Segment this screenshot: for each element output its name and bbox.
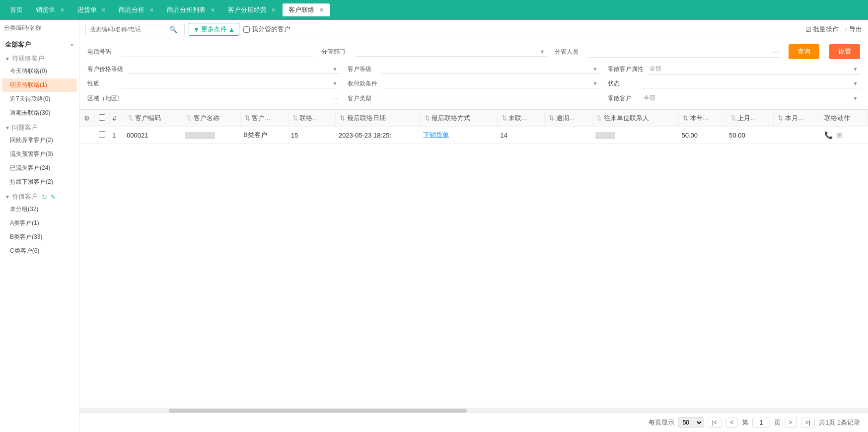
customer-level-select[interactable]: ▼ bbox=[381, 65, 600, 74]
grid-action-icon[interactable]: ⊞ bbox=[837, 131, 843, 139]
page-number-input[interactable] bbox=[752, 418, 770, 428]
reset-btn[interactable]: 设置 bbox=[829, 44, 860, 59]
sort-icon: ⇅ bbox=[128, 114, 134, 122]
filter-row-4: 区域（地区） ··· 客户类型 零散客户 全部 ▼ bbox=[87, 92, 860, 104]
row-contacts: 15 bbox=[288, 127, 336, 144]
retail-customer-field: 零散客户 全部 ▼ bbox=[608, 92, 860, 104]
sidebar-item-churn-warning[interactable]: 流失预警客户(3) bbox=[2, 147, 77, 161]
filter-row-3: 性质 ▼ 收付款条件 ▼ 状态 bbox=[87, 79, 860, 88]
my-customers-filter: 我分管的客户 bbox=[243, 25, 290, 34]
search-icon[interactable]: 🔍 bbox=[169, 26, 177, 33]
dept-label: 分管部门 bbox=[321, 48, 351, 56]
prev-page-btn[interactable]: < bbox=[725, 418, 738, 428]
sidebar-item-class-b[interactable]: B类客户(33) bbox=[2, 230, 77, 244]
row-last-date: 2023-05-23 18:25: bbox=[336, 127, 420, 144]
sidebar-search-area: 🔍 bbox=[0, 20, 79, 36]
customer-level-label: 客户等级 bbox=[348, 65, 377, 73]
export-icon: ↑ bbox=[845, 26, 848, 33]
region-field: 区域（地区） ··· bbox=[87, 93, 340, 104]
close-product-analysis-icon[interactable]: ✕ bbox=[149, 7, 154, 13]
nav-customer-contact[interactable]: 客户联络 ✕ bbox=[283, 3, 330, 16]
sidebar-search-input[interactable] bbox=[4, 24, 78, 31]
close-sales-order-icon[interactable]: ✕ bbox=[60, 7, 65, 13]
edit-icon[interactable]: ✎ bbox=[50, 193, 56, 201]
retail-customer-chevron-icon: ▼ bbox=[853, 95, 858, 101]
close-customer-contact-icon[interactable]: ✕ bbox=[319, 7, 324, 13]
nature-select[interactable]: ▼ bbox=[121, 79, 340, 88]
horizontal-scrollbar[interactable] bbox=[79, 408, 868, 413]
col-last-date: ⇅ 最后联络日期 bbox=[336, 110, 420, 127]
row-unlinked: 14 bbox=[497, 127, 545, 144]
close-purchase-order-icon[interactable]: ✕ bbox=[101, 7, 106, 13]
next-page-btn[interactable]: > bbox=[785, 418, 797, 428]
last-method-link[interactable]: 下销货单 bbox=[423, 131, 449, 139]
status-select[interactable]: ▼ bbox=[642, 79, 860, 88]
retail-attr-select[interactable]: 全部 ▼ bbox=[648, 63, 860, 75]
refresh-icon[interactable]: ↻ bbox=[42, 193, 47, 201]
sidebar-item-declining[interactable]: 持续下滑客户(2) bbox=[2, 175, 77, 189]
col-overdue: ⇅ 逾期... bbox=[545, 110, 592, 127]
my-customers-label: 我分管的客户 bbox=[252, 25, 290, 34]
sidebar-item-overdue-pending[interactable]: 逾期未联络(30) bbox=[2, 106, 77, 120]
search-input[interactable] bbox=[90, 26, 169, 33]
sort-icon5: ⇅ bbox=[340, 114, 345, 122]
export-label: 导出 bbox=[849, 25, 862, 34]
sidebar-item-ungrouped[interactable]: 未分组(32) bbox=[2, 203, 77, 216]
batch-checkbox-icon: ☑ bbox=[805, 26, 811, 33]
sidebar-item-7days-pending[interactable]: 近7天待联络(0) bbox=[2, 92, 77, 106]
batch-action-label: 批量操作 bbox=[813, 25, 839, 34]
sidebar-item-tomorrow-pending[interactable]: 明天待联络(1) bbox=[2, 78, 77, 92]
row-checkbox[interactable] bbox=[99, 131, 105, 138]
price-level-select[interactable]: ▼ bbox=[127, 65, 340, 74]
payment-select[interactable]: ▼ bbox=[381, 79, 600, 88]
person-dots-icon[interactable]: ··· bbox=[773, 48, 779, 56]
dept-select[interactable]: ▼ bbox=[355, 47, 547, 57]
row-this-month bbox=[774, 127, 821, 144]
close-customer-segments-icon[interactable]: ✕ bbox=[271, 7, 276, 13]
all-customers-header[interactable]: 全部客户 « bbox=[0, 36, 79, 51]
phone-input[interactable] bbox=[121, 47, 313, 57]
batch-action-btn[interactable]: ☑ 批量操作 bbox=[805, 25, 839, 34]
group-triangle-icon2: ▼ bbox=[5, 125, 10, 131]
total-records: 共1页 1条记录 bbox=[819, 418, 860, 427]
scrollbar-thumb[interactable] bbox=[169, 409, 467, 413]
person-select[interactable]: ··· bbox=[588, 46, 781, 58]
retail-customer-select[interactable]: 全部 ▼ bbox=[642, 92, 860, 104]
select-all-checkbox[interactable] bbox=[99, 114, 105, 121]
row-gear bbox=[79, 127, 94, 144]
problem-customers-group: ▼ 问题客户 bbox=[0, 120, 79, 133]
sidebar-item-today-pending[interactable]: 今天待联络(0) bbox=[2, 65, 77, 78]
dept-field: 分管部门 ▼ bbox=[321, 47, 547, 57]
phone-action-icon[interactable]: 📞 bbox=[824, 131, 833, 139]
nav-sales-order[interactable]: 销货单 ✕ bbox=[30, 3, 71, 16]
region-select[interactable]: ··· bbox=[127, 93, 340, 104]
more-conditions-btn[interactable]: ▼ 更多条件 ▲ bbox=[189, 23, 239, 36]
nav-home[interactable]: 首页 bbox=[4, 3, 29, 16]
sort-icon10: ⇅ bbox=[683, 114, 688, 122]
sort-icon4: ⇅ bbox=[292, 114, 298, 122]
close-product-analysis-list-icon[interactable]: ✕ bbox=[211, 7, 215, 13]
customer-type-select[interactable] bbox=[381, 97, 600, 100]
retail-attr-label: 零散客户属性 bbox=[608, 65, 644, 73]
region-dots-icon[interactable]: ··· bbox=[332, 94, 338, 102]
row-code: 000021 bbox=[124, 127, 182, 144]
sidebar-item-class-a[interactable]: A类客户(1) bbox=[2, 216, 77, 230]
masked-name bbox=[185, 132, 215, 139]
nav-customer-segments[interactable]: 客户分层经营 ✕ bbox=[222, 3, 282, 16]
last-page-btn[interactable]: >| bbox=[801, 418, 815, 428]
sidebar-item-class-c[interactable]: C类客户(6) bbox=[2, 244, 77, 258]
nav-product-analysis[interactable]: 商品分析 ✕ bbox=[113, 3, 160, 16]
nav-purchase-order[interactable]: 进货单 ✕ bbox=[72, 3, 112, 16]
phone-field: 电话号码 bbox=[87, 47, 313, 57]
nav-product-analysis-list[interactable]: 商品分析列表 ✕ bbox=[161, 3, 221, 16]
col-gear[interactable]: ⚙ bbox=[79, 110, 94, 127]
first-page-btn[interactable]: |< bbox=[708, 418, 722, 428]
per-page-select[interactable]: 50 100 200 bbox=[678, 417, 704, 428]
my-customers-checkbox[interactable] bbox=[243, 26, 250, 33]
sidebar-item-churned[interactable]: 已流失客户(24) bbox=[2, 161, 77, 175]
sidebar-item-repurchase-abnormal[interactable]: 回购异常客户(2) bbox=[2, 134, 77, 147]
query-btn[interactable]: 查询 bbox=[789, 44, 819, 59]
col-unlinked: ⇅ 未联... bbox=[497, 110, 545, 127]
page-label: 第 bbox=[742, 418, 748, 427]
export-btn[interactable]: ↑ 导出 bbox=[845, 25, 863, 34]
